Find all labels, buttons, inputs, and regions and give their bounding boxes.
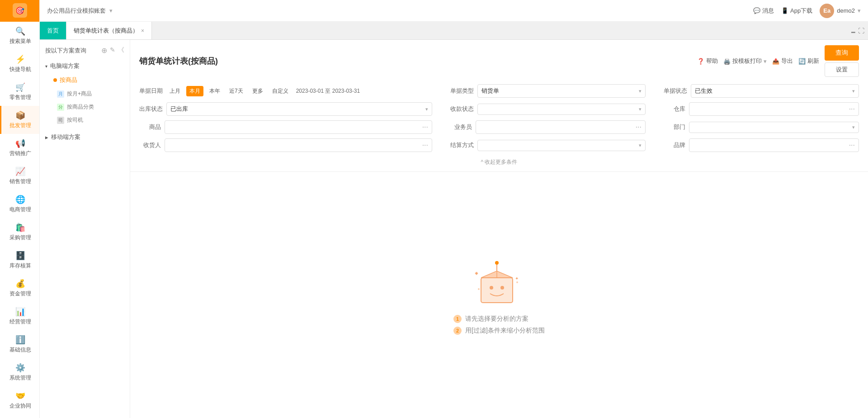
goods-input[interactable]: ···: [165, 120, 432, 134]
message-icon: 💬: [753, 7, 760, 14]
settle-label: 结算方式: [450, 141, 474, 149]
out-status-select[interactable]: 已出库 ▾: [166, 102, 432, 116]
sidebar-item-basic[interactable]: ℹ️ 基础信息: [0, 330, 39, 358]
edit-scheme-icon[interactable]: ✎: [110, 46, 115, 55]
filter-cell-out-status: 出库状态 已出库 ▾: [139, 102, 432, 116]
empty-state: ✦ ✦ 1 请先选择要分析的方案 2 用[过滤]条件来缩小分析范围: [130, 172, 868, 418]
filter-group-desktop-title[interactable]: ▾ 电脑端方案: [40, 59, 130, 73]
sidebar-item-sales[interactable]: 📈 销售管理: [0, 162, 39, 190]
filter-row-2: 出库状态 已出库 ▾ 收款状态 ▾: [139, 102, 859, 116]
user-dropdown-icon: ▾: [858, 7, 861, 14]
main-area: 办公用品行业模拟账套 ▾ 💬 消息 📱 App下载 Ea demo2 ▾ 首页 …: [40, 0, 868, 418]
refresh-icon: 🔄: [798, 58, 806, 65]
warehouse-dots-icon: ···: [849, 105, 855, 113]
refresh-btn[interactable]: 🔄 刷新: [798, 57, 819, 65]
warehouse-input[interactable]: ···: [689, 102, 859, 116]
topbar-left: 办公用品行业模拟账套 ▾: [47, 7, 113, 15]
setting-button[interactable]: 设置: [825, 62, 859, 77]
dept-select[interactable]: ▾: [689, 122, 859, 133]
pay-status-label: 收款状态: [450, 105, 474, 113]
help-btn[interactable]: ❓ 帮助: [697, 57, 718, 65]
sidebar-item-guide[interactable]: 🧭 新手引导: [0, 414, 39, 418]
hint-num-1: 1: [453, 315, 462, 323]
category-icon: 分: [57, 104, 64, 111]
tab-sales-stats[interactable]: 销货单统计表（按商品） ×: [66, 22, 152, 39]
collapse-panel-icon[interactable]: 《: [118, 46, 124, 55]
filter-item-by-goods[interactable]: 按商品: [40, 73, 130, 87]
filter-item-by-month-goods[interactable]: 月 按月+商品: [40, 87, 130, 100]
date-btn-custom[interactable]: 自定义: [269, 86, 292, 96]
filter-cell-receiver: 收货人 ···: [139, 138, 432, 152]
calendar-icon: 月: [57, 90, 64, 98]
query-button[interactable]: 查询: [825, 45, 859, 61]
doc-status-select[interactable]: 已生效 ▾: [691, 84, 859, 98]
print-btn[interactable]: 🖨️ 按模板打印 ▾: [723, 57, 767, 65]
date-btn-this-year[interactable]: 本年: [206, 86, 223, 96]
date-btn-more[interactable]: 更多: [249, 86, 266, 96]
doc-type-select[interactable]: 销货单 ▾: [477, 84, 646, 98]
help-icon: ❓: [697, 58, 704, 65]
svg-point-4: [490, 286, 493, 290]
tab-minimize-icon[interactable]: 🗕: [850, 27, 856, 34]
filter-cell-salesman: 业务员 ···: [450, 120, 646, 134]
filter-item-by-cashier[interactable]: 司 按司机: [40, 114, 130, 127]
collapse-btn[interactable]: ^ 收起更多条件: [139, 157, 859, 170]
receiver-input[interactable]: ···: [165, 138, 432, 152]
sidebar-item-system[interactable]: ⚙️ 系统管理: [0, 358, 39, 386]
messages-btn[interactable]: 💬 消息: [753, 7, 774, 15]
sidebar-item-search[interactable]: 🔍 搜索菜单: [0, 22, 39, 50]
filter-panel-header: 按以下方案查询 ⊕ ✎ 《: [40, 43, 130, 57]
add-scheme-icon[interactable]: ⊕: [101, 46, 107, 55]
finance-icon: 💰: [15, 279, 25, 289]
download-icon: 📱: [781, 7, 788, 14]
inventory-icon: 🗄️: [15, 251, 25, 261]
date-btn-last-month[interactable]: 上月: [166, 86, 184, 96]
empty-illustration: ✦ ✦: [472, 255, 526, 309]
filter-group-desktop: ▾ 电脑端方案 按商品 月 按月+商品 分 按商品分类 司 按司机: [40, 57, 130, 128]
sidebar-item-inventory[interactable]: 🗄️ 库存核算: [0, 246, 39, 274]
system-icon: ⚙️: [15, 363, 25, 373]
tab-close-icon[interactable]: ×: [141, 28, 144, 34]
app-download-btn[interactable]: 📱 App下载: [781, 7, 812, 15]
sidebar-item-purchase[interactable]: 🛍️ 采购管理: [0, 218, 39, 246]
sidebar-item-quicknav[interactable]: ⚡ 快捷导航: [0, 50, 39, 78]
sidebar-item-operation[interactable]: 📊 经营管理: [0, 302, 39, 330]
filter-group-mobile-title[interactable]: ▸ 移动端方案: [40, 130, 130, 144]
date-btn-this-month[interactable]: 本月: [186, 86, 203, 96]
cooperation-icon: 🤝: [15, 391, 25, 401]
brand-input[interactable]: ···: [689, 138, 859, 152]
tabs-spacer: [152, 22, 846, 39]
logo-icon: 🎯: [13, 3, 27, 18]
sidebar-item-retail[interactable]: 🛒 零售管理: [0, 78, 39, 106]
pay-status-select[interactable]: ▾: [477, 104, 646, 115]
settle-select[interactable]: ▾: [477, 140, 646, 151]
tab-maximize-icon[interactable]: ⛶: [858, 27, 864, 34]
sidebar-item-finance[interactable]: 💰 资金管理: [0, 274, 39, 302]
expand-arrow-icon: ▾: [45, 64, 47, 69]
page-title: 销货单统计表(按商品): [139, 56, 218, 66]
empty-hint-2: 2 用[过滤]条件来缩小分析范围: [453, 327, 545, 335]
sidebar-item-wholesale[interactable]: 📦 批发管理: [0, 106, 39, 134]
brand-dots-icon: ···: [849, 141, 855, 149]
quicknav-icon: ⚡: [15, 54, 25, 64]
export-btn[interactable]: 📤 导出: [772, 57, 793, 65]
salesman-input[interactable]: ···: [476, 120, 646, 134]
tab-home[interactable]: 首页: [40, 22, 66, 39]
filter-item-by-category[interactable]: 分 按商品分类: [40, 100, 130, 114]
industry-dropdown-icon[interactable]: ▾: [109, 7, 113, 14]
dept-chevron-icon: ▾: [852, 124, 855, 130]
filter-row-4: 收货人 ··· 结算方式 ▾: [139, 138, 859, 152]
page-actions: ❓ 帮助 🖨️ 按模板打印 ▾ 📤 导出 🔄 刷新: [697, 45, 859, 77]
person-icon: 司: [57, 117, 64, 124]
date-btn-7days[interactable]: 近7天: [226, 86, 246, 96]
goods-dots-icon: ···: [422, 123, 428, 131]
sidebar-item-cooperation[interactable]: 🤝 企业协同: [0, 386, 39, 414]
sidebar-item-marketing[interactable]: 📢 营销推广: [0, 134, 39, 162]
date-label: 单据日期: [139, 87, 163, 95]
user-profile[interactable]: Ea demo2 ▾: [820, 4, 861, 18]
sidebar: 🎯 🔍 搜索菜单 ⚡ 快捷导航 🛒 零售管理 📦 批发管理 📢 营销推广 📈 销…: [0, 0, 40, 418]
sidebar-item-ecommerce[interactable]: 🌐 电商管理: [0, 190, 39, 218]
doc-type-chevron-icon: ▾: [639, 88, 642, 94]
doc-type-label: 单据类型: [450, 87, 474, 95]
tabs-controls: 🗕 ⛶: [846, 22, 868, 39]
